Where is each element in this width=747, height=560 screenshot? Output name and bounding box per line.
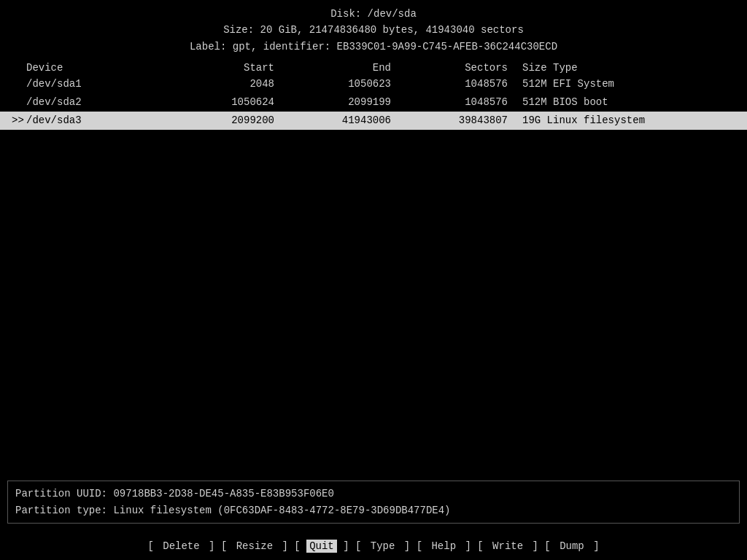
type-button[interactable]: Type — [368, 540, 398, 553]
bracket-open-write: [ — [477, 540, 489, 552]
bracket-open-dump: [ — [544, 540, 557, 552]
size-type-2: 512M BIOS boot — [508, 95, 727, 110]
type-value: Linux filesystem (0FC63DAF-8483-4772-8E7… — [113, 505, 450, 516]
size-type-1: 512M EFI System — [508, 77, 727, 92]
bracket-open-resize: [ — [221, 540, 233, 552]
uuid-value: 09718BB3-2D38-DE45-A835-E83B953F06E0 — [113, 488, 333, 499]
uuid-label: Partition UUID: — [15, 488, 107, 499]
bracket-close-type: ] — [398, 540, 410, 552]
disk-header: Disk: /dev/sda Size: 20 GiB, 21474836480… — [0, 6, 747, 55]
size-type-3: 19G Linux filesystem — [508, 113, 727, 128]
row-indicator-1 — [12, 77, 26, 92]
col-header-size-type: Size Type — [508, 62, 727, 74]
bracket-open-help: [ — [417, 540, 429, 552]
column-headers: Device Start End Sectors Size Type — [0, 61, 747, 75]
partition-uuid-line: Partition UUID: 09718BB3-2D38-DE45-A835-… — [15, 486, 732, 502]
device-1: /dev/sda1 — [26, 77, 143, 92]
row-indicator-3: >> — [12, 113, 26, 128]
bracket-close-resize: ] — [276, 540, 288, 552]
sectors-3: 39843807 — [391, 113, 508, 128]
disk-title: Disk: /dev/sda — [0, 6, 747, 22]
partition-table: Device Start End Sectors Size Type /dev/… — [0, 61, 747, 130]
col-header-sectors: Sectors — [391, 62, 508, 74]
bracket-close-write: ] — [526, 540, 538, 552]
bracket-open-delete: [ — [147, 540, 160, 552]
type-label: Partition type: — [15, 505, 107, 516]
write-button[interactable]: Write — [489, 540, 526, 553]
bracket-close-delete: ] — [203, 540, 215, 552]
device-3: /dev/sda3 — [26, 113, 143, 128]
end-2: 2099199 — [274, 95, 391, 110]
partition-type-line: Partition type: Linux filesystem (0FC63D… — [15, 502, 732, 518]
col-header-start: Start — [143, 62, 274, 74]
table-row[interactable]: /dev/sda2 1050624 2099199 1048576 512M B… — [0, 93, 747, 112]
sectors-1: 1048576 — [391, 77, 508, 92]
row-indicator-2 — [12, 95, 26, 110]
partition-info-panel: Partition UUID: 09718BB3-2D38-DE45-A835-… — [7, 481, 740, 524]
main-content: Disk: /dev/sda Size: 20 GiB, 21474836480… — [0, 0, 747, 130]
table-row[interactable]: /dev/sda1 2048 1050623 1048576 512M EFI … — [0, 75, 747, 93]
bracket-open-quit: [ — [294, 540, 306, 552]
device-2: /dev/sda2 — [26, 95, 143, 110]
end-3: 41943006 — [274, 113, 391, 128]
delete-button[interactable]: Delete — [160, 540, 202, 553]
sectors-2: 1048576 — [391, 95, 508, 110]
disk-size-line: Size: 20 GiB, 21474836480 bytes, 4194304… — [0, 22, 747, 38]
help-button[interactable]: Help — [428, 540, 459, 553]
table-row[interactable]: >> /dev/sda3 2099200 41943006 39843807 1… — [0, 112, 747, 130]
disk-label-line: Label: gpt, identifier: EB339C01-9A99-C7… — [0, 39, 747, 55]
bracket-close-dump: ] — [587, 540, 600, 552]
bottom-toolbar: [ Delete ] [ Resize ] [ Quit ] [ Type ] … — [0, 540, 747, 553]
dump-button[interactable]: Dump — [557, 540, 587, 553]
bracket-close-help: ] — [459, 540, 471, 552]
bracket-close-quit: ] — [337, 540, 349, 552]
start-2: 1050624 — [143, 95, 274, 110]
bracket-open-type: [ — [355, 540, 368, 552]
resize-button[interactable]: Resize — [233, 540, 276, 553]
quit-button[interactable]: Quit — [306, 540, 337, 553]
start-3: 2099200 — [143, 113, 274, 128]
end-1: 1050623 — [274, 77, 391, 92]
start-1: 2048 — [143, 77, 274, 92]
col-header-end: End — [274, 62, 391, 74]
col-header-device: Device — [26, 62, 143, 74]
indicator-spacer — [12, 62, 26, 74]
